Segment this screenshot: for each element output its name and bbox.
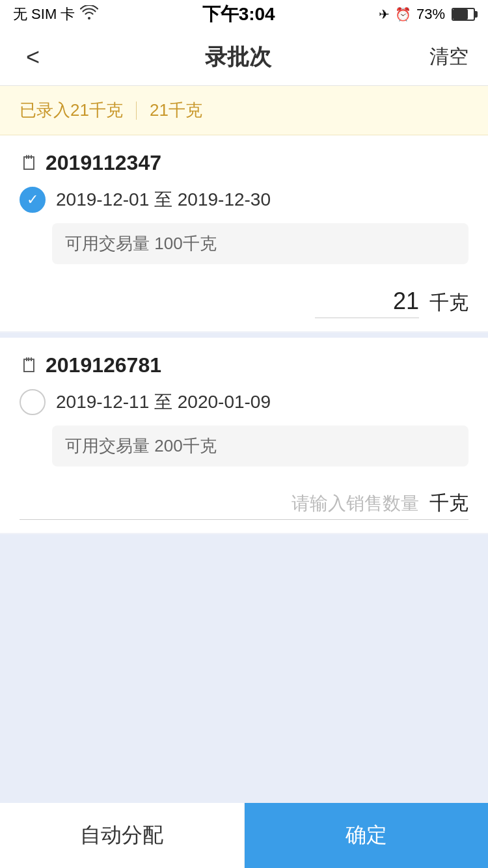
auto-distribute-button[interactable]: 自动分配 [0, 803, 245, 868]
batch-2-available: 可用交易量 200千克 [52, 426, 468, 467]
info-banner: 已录入21千克 21千克 [0, 86, 488, 135]
status-bar: 无 SIM 卡 下午3:04 ✈ ⏰ 73% [0, 0, 488, 29]
batch-2-qty-row[interactable]: 请输入销售数量 千克 [0, 477, 488, 533]
no-sim-label: 无 SIM 卡 [13, 5, 75, 24]
batch-1-icon: 🗒 [20, 152, 39, 174]
separator-1 [0, 332, 488, 338]
check-icon: ✓ [27, 191, 38, 208]
alarm-icon: ⏰ [395, 7, 411, 22]
batch-item-2[interactable]: 🗒 2019126781 2019-12-11 至 2020-01-09 可用交… [0, 338, 488, 533]
nav-bar: < 录批次 清空 [0, 29, 488, 86]
batch-2-date: 2019-12-11 至 2020-01-09 [56, 390, 271, 414]
batch-2-input-placeholder[interactable]: 请输入销售数量 [291, 491, 419, 516]
battery-icon [452, 8, 475, 21]
batch-1-radio[interactable]: ✓ [20, 187, 46, 213]
batch-2-icon: 🗒 [20, 355, 39, 377]
batch-1-qty-value: 21 [393, 288, 419, 315]
status-right: ✈ ⏰ 73% [379, 6, 475, 23]
location-icon: ✈ [379, 7, 390, 22]
banner-divider [136, 102, 137, 120]
batch-1-id: 2019112347 [46, 151, 161, 175]
recorded-amount-label: 已录入21千克 [20, 99, 123, 122]
status-left: 无 SIM 卡 [13, 5, 98, 24]
batch-2-unit: 千克 [429, 490, 468, 517]
batch-1-header: 🗒 2019112347 [0, 135, 488, 182]
bottom-spacer [0, 534, 488, 834]
recorded-amount-value: 21千克 [150, 99, 202, 122]
batch-2-radio[interactable] [20, 389, 46, 415]
batch-1-available: 可用交易量 100千克 [52, 223, 468, 264]
batch-1-unit: 千克 [429, 290, 468, 316]
page-title: 录批次 [205, 42, 271, 72]
batch-1-date-row: ✓ 2019-12-01 至 2019-12-30 [0, 182, 488, 218]
wifi-icon [80, 5, 98, 23]
clear-button[interactable]: 清空 [429, 44, 468, 70]
batch-1-date: 2019-12-01 至 2019-12-30 [56, 187, 271, 212]
batch-1-qty-row: 21 千克 [0, 275, 488, 331]
batch-2-header: 🗒 2019126781 [0, 338, 488, 384]
battery-label: 73% [416, 6, 445, 23]
confirm-button[interactable]: 确定 [245, 803, 489, 868]
bottom-bar: 自动分配 确定 [0, 803, 488, 868]
batch-2-date-row: 2019-12-11 至 2020-01-09 [0, 384, 488, 420]
batch-item-1[interactable]: 🗒 2019112347 ✓ 2019-12-01 至 2019-12-30 可… [0, 135, 488, 331]
status-time: 下午3:04 [202, 2, 275, 27]
batch-2-id: 2019126781 [46, 353, 161, 377]
back-button[interactable]: < [20, 37, 46, 77]
